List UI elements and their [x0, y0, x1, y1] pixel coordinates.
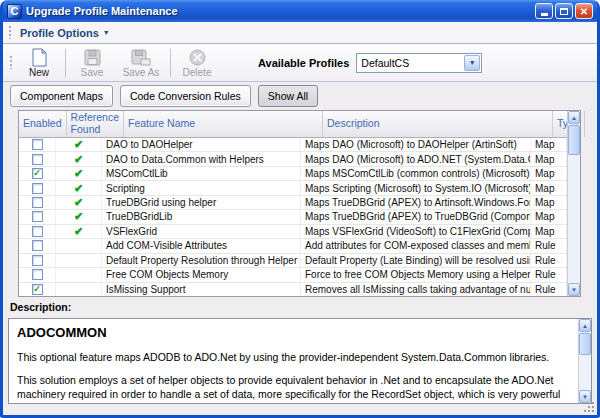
reference-found-cell — [56, 254, 102, 267]
dropdown-arrow-icon[interactable]: ▼ — [464, 55, 480, 71]
enabled-checkbox[interactable] — [32, 255, 43, 266]
reference-found-cell — [56, 283, 102, 296]
description-cell: Maps DAO (Microsoft) to ADO.NET (System.… — [301, 152, 531, 165]
description-cell: Maps DAO (Microsoft) to DAOHelper (Artin… — [301, 138, 531, 151]
table-row[interactable]: ✔VSFlexGridMaps VSFlexGrid (VideoSoft) t… — [19, 225, 567, 239]
toolbar: New Save Save As Delete Available Profil… — [3, 43, 597, 82]
table-row[interactable]: Add COM-Visible AttributesAdd attributes… — [19, 239, 567, 253]
menu-grip — [9, 26, 11, 39]
enabled-cell: ✓ — [19, 167, 56, 180]
table-row[interactable]: ✔DAO to Data.Common with HelpersMaps DAO… — [19, 152, 567, 166]
close-button[interactable]: ✕ — [575, 3, 593, 19]
type-cell: Map — [531, 225, 567, 238]
description-cell: Force to free COM Objects Memory using a… — [301, 268, 531, 281]
available-profiles-label: Available Profiles — [258, 57, 349, 69]
toolbar-separator — [65, 49, 66, 77]
description-cell: Maps MSComCtlLib (common controls) (Micr… — [301, 167, 531, 180]
description-cell: Maps VSFlexGrid (VideoSoft) to C1FlexGri… — [301, 225, 531, 238]
code-conversion-rules-button[interactable]: Code Conversion Rules — [120, 85, 251, 107]
scrollbar-thumb[interactable] — [568, 125, 580, 155]
table-row[interactable]: ✔DAO to DAOHelperMaps DAO (Microsoft) to… — [19, 138, 567, 152]
reference-found-check-icon: ✔ — [74, 138, 83, 151]
reference-found-cell — [56, 268, 102, 281]
enabled-checkbox[interactable] — [32, 226, 43, 237]
feature-name-cell: TrueDBGrid using helper — [102, 196, 301, 209]
save-as-button[interactable]: Save As — [115, 46, 167, 79]
feature-name-cell: Add COM-Visible Attributes — [102, 239, 301, 252]
description-paragraph: This optional feature maps ADODB to ADO.… — [17, 351, 569, 365]
maximize-button[interactable] — [555, 3, 573, 19]
window-title: Upgrade Profile Maintenance — [26, 5, 531, 17]
scrollbar-thumb[interactable] — [579, 333, 591, 355]
reference-found-cell: ✔ — [56, 225, 102, 238]
description-paragraph: This solution employs a set of helper ob… — [17, 374, 569, 404]
feature-name-cell: DAO to DAOHelper — [102, 138, 301, 151]
minimize-button[interactable] — [535, 3, 553, 19]
type-cell: Rule — [531, 239, 567, 252]
description-box[interactable]: ADOCOMMON This optional feature maps ADO… — [8, 318, 592, 404]
description-cell: Maps TrueDBGrid (APEX) to TrueDBGrid (Co… — [301, 210, 531, 223]
delete-button[interactable]: Delete — [174, 46, 220, 79]
enabled-checkbox[interactable] — [32, 139, 43, 150]
chevron-down-icon: ▼ — [103, 29, 110, 36]
column-header-enabled[interactable]: Enabled — [19, 111, 67, 137]
feature-name-cell: Scripting — [102, 181, 301, 194]
table-row[interactable]: ✔ScriptingMaps Scripting (Microsoft) to … — [19, 181, 567, 195]
column-header-reference-found[interactable]: Reference Found — [67, 111, 124, 137]
enabled-checkbox[interactable] — [32, 269, 43, 280]
enabled-checkbox[interactable] — [32, 197, 43, 208]
table-scrollbar[interactable]: ▲ ▼ — [567, 111, 580, 296]
window-controls: ✕ — [535, 3, 593, 19]
table-row[interactable]: Free COM Objects MemoryForce to free COM… — [19, 268, 567, 282]
show-all-button[interactable]: Show All — [258, 85, 318, 107]
resize-grip[interactable] — [584, 402, 594, 412]
scroll-down-icon[interactable]: ▼ — [568, 283, 580, 296]
table-row[interactable]: Default Property Resolution through Help… — [19, 254, 567, 268]
description-cell: Maps TrueDBGrid (APEX) to Artinsoft.Wind… — [301, 196, 531, 209]
enabled-checkbox[interactable]: ✓ — [32, 284, 43, 295]
enabled-checkbox[interactable] — [32, 154, 43, 165]
menu-profile-options-label: Profile Options — [20, 27, 99, 39]
enabled-cell — [19, 152, 56, 165]
delete-button-label: Delete — [183, 67, 212, 78]
scroll-up-icon[interactable]: ▲ — [568, 111, 580, 124]
feature-name-cell: TrueDBGridLib — [102, 210, 301, 223]
reference-found-cell: ✔ — [56, 167, 102, 180]
reference-found-check-icon: ✔ — [74, 167, 83, 180]
available-profiles-dropdown[interactable]: DefaultCS ▼ — [356, 53, 482, 73]
component-maps-button[interactable]: Component Maps — [10, 85, 113, 107]
type-cell: Map — [531, 210, 567, 223]
table-row[interactable]: ✔TrueDBGridLibMaps TrueDBGrid (APEX) to … — [19, 210, 567, 224]
enabled-cell — [19, 196, 56, 209]
enabled-cell — [19, 225, 56, 238]
maximize-icon — [560, 8, 568, 15]
enabled-checkbox[interactable] — [32, 211, 43, 222]
enabled-checkbox[interactable]: ✓ — [32, 168, 43, 179]
column-header-description[interactable]: Description — [323, 111, 553, 137]
enabled-checkbox[interactable] — [32, 183, 43, 194]
save-as-button-label: Save As — [123, 67, 160, 78]
description-heading: ADOCOMMON — [17, 325, 569, 340]
delete-icon — [188, 48, 207, 67]
enabled-cell — [19, 138, 56, 151]
new-button[interactable]: New — [16, 46, 62, 79]
feature-name-cell: Free COM Objects Memory — [102, 268, 301, 281]
reference-found-cell: ✔ — [56, 181, 102, 194]
scroll-up-icon[interactable]: ▲ — [579, 319, 591, 332]
description-scrollbar[interactable]: ▲ ▼ — [578, 319, 591, 403]
table-row[interactable]: ✓IsMissing SupportRemoves all IsMissing … — [19, 283, 567, 296]
menu-profile-options[interactable]: Profile Options ▼ — [15, 25, 115, 41]
minimize-icon — [541, 13, 548, 16]
description-content: ADOCOMMON This optional feature maps ADO… — [9, 319, 577, 404]
reference-found-check-icon: ✔ — [74, 210, 83, 223]
enabled-checkbox[interactable] — [32, 240, 43, 251]
table-row[interactable]: ✓✔MSComCtlLibMaps MSComCtlLib (common co… — [19, 167, 567, 181]
type-cell: Map — [531, 181, 567, 194]
menu-bar: Profile Options ▼ — [3, 22, 597, 43]
title-bar[interactable]: C Upgrade Profile Maintenance ✕ — [3, 0, 597, 22]
table-row[interactable]: ✔TrueDBGrid using helperMaps TrueDBGrid … — [19, 196, 567, 210]
save-button[interactable]: Save — [69, 46, 115, 79]
available-profiles-value: DefaultCS — [357, 54, 463, 72]
description-label: Description: — [3, 297, 597, 316]
column-header-feature-name[interactable]: Feature Name — [124, 111, 323, 137]
